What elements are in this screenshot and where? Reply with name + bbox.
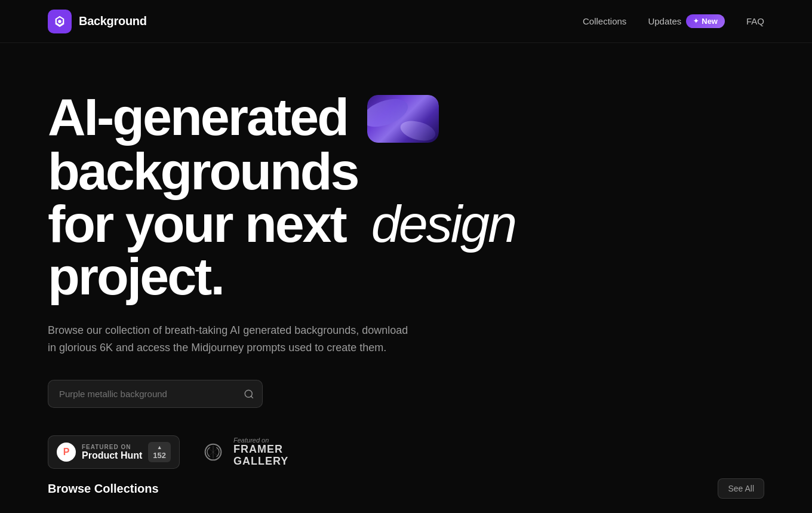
framer-badge[interactable]: Featured on FRAMER GALLERY bbox=[192, 432, 297, 472]
nav-updates-wrap: Updates ✦ New bbox=[648, 14, 725, 28]
browse-section: Browse Collections See All bbox=[48, 478, 764, 499]
logo-text: Background bbox=[79, 14, 147, 28]
product-hunt-badge[interactable]: P FEATURED ON Product Hunt ▲ 152 bbox=[48, 435, 180, 469]
nav-updates[interactable]: Updates bbox=[648, 16, 681, 26]
new-badge[interactable]: ✦ New bbox=[686, 14, 725, 28]
new-badge-star-icon: ✦ bbox=[693, 17, 699, 25]
framer-gallery-name: FRAMER GALLERY bbox=[233, 444, 288, 468]
navigation: Background Collections Updates ✦ New FAQ bbox=[0, 0, 812, 43]
product-hunt-label: FEATURED ON bbox=[82, 444, 142, 450]
search-button[interactable] bbox=[244, 389, 254, 400]
new-badge-label: New bbox=[702, 17, 718, 26]
logo-icon bbox=[48, 10, 72, 33]
browse-collections-title: Browse Collections bbox=[48, 482, 159, 496]
search-container bbox=[48, 380, 263, 408]
search-icon bbox=[244, 389, 254, 400]
svg-line-2 bbox=[251, 396, 253, 398]
product-hunt-upvote: ▲ 152 bbox=[148, 442, 171, 462]
headline-part2: backgrounds bbox=[48, 142, 358, 201]
headline-italic: design bbox=[371, 194, 515, 253]
nav-faq[interactable]: FAQ bbox=[746, 16, 764, 26]
hero-subtitle: Browse our collection of breath-taking A… bbox=[48, 322, 454, 357]
framer-text: Featured on FRAMER GALLERY bbox=[233, 437, 288, 468]
metallic-thumbnail bbox=[367, 95, 439, 143]
svg-point-0 bbox=[58, 20, 61, 23]
product-hunt-count: 152 bbox=[153, 451, 166, 460]
headline-part4: project. bbox=[48, 247, 223, 306]
framer-logo bbox=[200, 439, 226, 465]
product-hunt-text: FEATURED ON Product Hunt bbox=[82, 444, 142, 461]
svg-point-1 bbox=[245, 390, 252, 397]
nav-links: Collections Updates ✦ New FAQ bbox=[583, 14, 764, 28]
hero-section: AI-generated backgrounds for your next d… bbox=[0, 43, 657, 508]
hero-inline-image bbox=[367, 95, 439, 143]
product-hunt-logo-letter: P bbox=[63, 447, 70, 457]
product-hunt-logo: P bbox=[57, 443, 76, 462]
hero-headline: AI-generated backgrounds for your next d… bbox=[48, 91, 609, 303]
see-all-button[interactable]: See All bbox=[718, 478, 764, 499]
badges-row: P FEATURED ON Product Hunt ▲ 152 bbox=[48, 432, 609, 472]
search-input[interactable] bbox=[48, 380, 263, 408]
subtitle-line1: Browse our collection of breath-taking A… bbox=[48, 324, 408, 336]
subtitle-line2: in glorious 6K and access the Midjourney… bbox=[48, 342, 386, 354]
nav-collections[interactable]: Collections bbox=[583, 16, 626, 26]
product-hunt-name: Product Hunt bbox=[82, 450, 142, 461]
logo-link[interactable]: Background bbox=[48, 10, 147, 33]
headline-part1: AI-generated bbox=[48, 87, 347, 146]
headline-part3: for your next bbox=[48, 194, 346, 253]
upvote-arrow-icon: ▲ bbox=[157, 444, 162, 450]
